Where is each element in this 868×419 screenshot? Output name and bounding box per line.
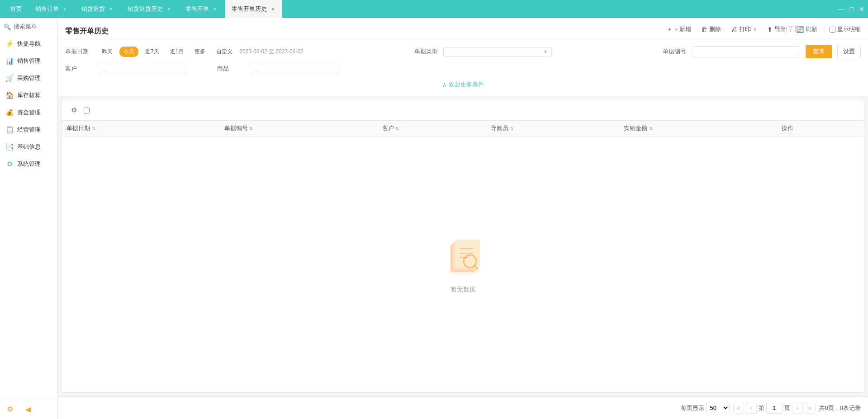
query-btn[interactable]: 查询	[806, 45, 832, 58]
maximize-btn[interactable]: □	[850, 5, 854, 13]
type-filter-dropdown-icon: ▼	[543, 49, 548, 54]
nav-label-sales-mgmt: 销售管理	[17, 57, 41, 65]
page-label: 第	[759, 404, 764, 412]
customer-filter-input[interactable]: ...	[98, 63, 188, 74]
page-size-select: 每页显示 102050100	[681, 403, 730, 413]
filter-row-1: 单据日期 昨天 今天 近7天 近1月 更多 自定义 2023-06-02 至 2…	[65, 45, 861, 58]
date-range-text: 2023-06-02 至 2023-06-02	[239, 48, 303, 56]
print-icon: 🖨	[731, 26, 737, 33]
tab-home[interactable]: 首页	[4, 0, 28, 18]
add-label: + 新增	[674, 25, 691, 33]
tab-sales-return-history[interactable]: 销货退货历史×	[121, 0, 178, 18]
filter-area: 单据日期 昨天 今天 近7天 近1月 更多 自定义 2023-06-02 至 2…	[58, 39, 868, 96]
tab-retail-open-history[interactable]: 零售开单历史×	[225, 0, 282, 18]
prev-page-btn[interactable]: ‹	[746, 403, 757, 414]
col-header-number[interactable]: 单据编号 ⇅	[220, 121, 378, 137]
sidebar-search-label: 搜索菜单	[14, 23, 37, 31]
col-header-action: 操作	[777, 121, 864, 137]
export-btn[interactable]: ⬆ 导出	[764, 24, 789, 35]
export-icon: ⬆	[767, 26, 773, 33]
per-page-dropdown[interactable]: 102050100	[706, 403, 730, 413]
date-7days-btn[interactable]: 近7天	[141, 47, 163, 57]
type-filter-select[interactable]: ▼	[443, 47, 552, 56]
first-page-btn[interactable]: «	[733, 403, 744, 414]
display-cols-label: 显示明细	[837, 25, 861, 33]
date-today-btn[interactable]: 今天	[119, 47, 138, 57]
tab-close-sales-return-history[interactable]: ×	[166, 6, 172, 12]
goods-filter-label: 商品	[217, 65, 244, 73]
refresh-btn[interactable]: 🔄 刷新	[793, 24, 820, 35]
number-filter-input[interactable]	[692, 46, 800, 57]
page-unit: 页	[784, 404, 790, 412]
sidebar-item-quick-nav[interactable]: ⚡快捷导航	[0, 35, 57, 52]
delete-icon: 🗑	[701, 26, 707, 33]
number-filter-label: 单据编号	[663, 47, 686, 56]
date-more-btn[interactable]: 更多	[190, 47, 209, 57]
customer-filter-label: 客户	[65, 65, 92, 73]
tab-close-retail-open-history[interactable]: ×	[270, 6, 276, 12]
collapse-icon: ∧	[442, 81, 447, 88]
tab-sales-return[interactable]: 销货退货×	[75, 0, 120, 18]
select-all-checkbox[interactable]	[84, 108, 90, 113]
sort-arrows-salesperson: ⇅	[510, 126, 513, 131]
nav-icon-basic-info: 📑	[5, 143, 14, 151]
refresh-icon: 🔄	[796, 26, 804, 33]
tab-sales-order[interactable]: 销售订单×	[29, 0, 74, 18]
collapse-filter-btn[interactable]: ∧ 收起更多条件	[65, 79, 861, 90]
nav-label-purchase-mgmt: 采购管理	[17, 74, 41, 82]
last-page-btn[interactable]: »	[805, 403, 816, 414]
sidebar-item-basic-info[interactable]: 📑基础信息	[0, 138, 57, 155]
sidebar-search[interactable]: 🔍 搜索菜单	[0, 18, 57, 35]
tab-close-sales-return[interactable]: ×	[108, 6, 114, 12]
print-dropdown-icon: ▼	[753, 27, 757, 32]
tab-close-sales-order[interactable]: ×	[62, 6, 68, 12]
page-input[interactable]	[766, 403, 783, 414]
sidebar-item-purchase-mgmt[interactable]: 🛒采购管理	[0, 70, 57, 87]
sidebar-item-sys-mgmt[interactable]: ⚙系统管理	[0, 155, 57, 173]
col-header-customer[interactable]: 客户 ⇅	[378, 121, 486, 137]
tab-close-retail-open[interactable]: ×	[212, 6, 218, 12]
add-btn[interactable]: ＋ + 新增	[664, 24, 694, 35]
delete-btn[interactable]: 🗑 删除	[698, 24, 724, 35]
sidebar-item-finance[interactable]: 💰资金管理	[0, 104, 57, 121]
sidebar-item-operations[interactable]: 📋经营管理	[0, 121, 57, 138]
col-header-salesperson[interactable]: 导购员 ⇅	[486, 121, 620, 137]
tab-retail-open[interactable]: 零售开单×	[179, 0, 224, 18]
goods-filter-input[interactable]: ...	[250, 63, 340, 74]
filter-row-2: 客户 ... 商品 ...	[65, 63, 861, 74]
next-page-btn[interactable]: ›	[792, 403, 803, 414]
delete-label: 删除	[709, 25, 721, 33]
empty-icon	[441, 235, 486, 280]
minimize-btn[interactable]: —	[838, 5, 844, 13]
nav-icon-finance: 💰	[5, 108, 14, 117]
sidebar-item-inventory[interactable]: 🏠库存核算	[0, 87, 57, 104]
nav-label-inventory: 库存核算	[17, 91, 41, 99]
toolbar-divider	[825, 25, 825, 33]
tab-bar: 首页销售订单×销货退货×销货退货历史×零售开单×零售开单历史×	[4, 0, 282, 18]
settings-query-btn[interactable]: 设置	[837, 45, 861, 58]
filter-date-group: 昨天 今天 近7天 近1月 更多 自定义 2023-06-02 至 2023-0…	[98, 47, 304, 57]
display-cols-toggle[interactable]: 显示明细	[830, 25, 861, 33]
collapse-sidebar-btn[interactable]: ◀	[22, 403, 34, 415]
date-yesterday-btn[interactable]: 昨天	[98, 47, 117, 57]
col-header-amount[interactable]: 实销金额 ⇅	[619, 121, 777, 137]
add-icon: ＋	[666, 25, 673, 33]
date-filter-label: 单据日期	[65, 47, 92, 56]
close-btn[interactable]: ✕	[859, 5, 864, 13]
sort-arrows-amount: ⇅	[649, 126, 653, 131]
settings-btn[interactable]: ⚙	[4, 403, 16, 415]
print-btn[interactable]: 🖨 打印 ▼	[728, 24, 760, 35]
nav-label-finance: 资金管理	[17, 108, 41, 117]
date-custom-btn[interactable]: 自定义	[212, 47, 237, 57]
table-col-settings: ⚙	[62, 100, 864, 121]
sidebar-bottom: ⚙ ◀	[0, 399, 57, 419]
display-cols-checkbox[interactable]	[830, 27, 835, 33]
sidebar-item-sales-mgmt[interactable]: 📊销售管理	[0, 52, 57, 70]
page-header: 零售开单历史 ＋ + 新增 🗑 删除 🖨 打印 ▼ ⬆ 导出	[58, 18, 868, 39]
toolbar: ＋ + 新增 🗑 删除 🖨 打印 ▼ ⬆ 导出 🔄	[664, 24, 861, 39]
sort-arrows-date: ⇅	[92, 126, 95, 131]
col-header-date[interactable]: 单据日期 ⇅	[62, 121, 220, 137]
date-1month-btn[interactable]: 近1月	[166, 47, 188, 57]
col-settings-btn[interactable]: ⚙	[67, 104, 80, 117]
print-label: 打印	[739, 25, 751, 33]
